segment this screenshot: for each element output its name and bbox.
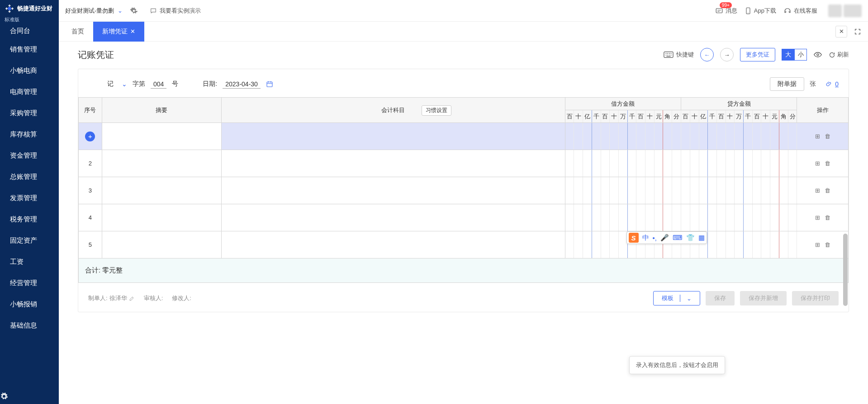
amount-digit-cell[interactable] (636, 204, 645, 231)
amount-digit-cell[interactable] (565, 231, 574, 258)
next-voucher-button[interactable]: → (720, 48, 734, 61)
amount-digit-cell[interactable] (770, 204, 779, 231)
amount-digit-cell[interactable] (744, 204, 753, 231)
amount-digit-cell[interactable] (610, 231, 619, 258)
amount-digit-cell[interactable] (779, 177, 788, 204)
amount-digit-cell[interactable] (788, 150, 797, 177)
org-selector[interactable]: 好业财测试-量勿删 ⌄ (65, 7, 123, 15)
fullscreen-button[interactable] (852, 26, 863, 38)
amount-digit-cell[interactable] (708, 204, 717, 231)
amount-digit-cell[interactable] (744, 123, 753, 150)
amount-digit-cell[interactable] (672, 177, 681, 204)
tab-close-all-button[interactable]: ✕ (835, 26, 847, 38)
preview-button[interactable] (813, 52, 822, 58)
sidebar-item-xcec[interactable]: 小畅电商 (0, 60, 59, 81)
row-delete-button[interactable]: 🗑 (825, 133, 830, 140)
amount-digit-cell[interactable] (761, 177, 770, 204)
tab-new-voucher[interactable]: 新增凭证 ✕ (93, 22, 144, 42)
size-large-button[interactable]: 大 (782, 49, 794, 61)
table-row[interactable]: 3⊞🗑 (79, 177, 849, 204)
amount-digit-cell[interactable] (726, 231, 735, 258)
amount-digit-cell[interactable] (761, 123, 770, 150)
amount-digit-cell[interactable] (788, 204, 797, 231)
amount-digit-cell[interactable] (744, 150, 753, 177)
amount-digit-cell[interactable] (735, 231, 744, 258)
row-delete-button[interactable]: 🗑 (825, 241, 830, 248)
amount-digit-cell[interactable] (601, 123, 610, 150)
row-delete-button[interactable]: 🗑 (825, 214, 830, 221)
amount-digit-cell[interactable] (735, 204, 744, 231)
sidebar-item-sales[interactable]: 销售管理 (0, 39, 59, 60)
amount-digit-cell[interactable] (681, 177, 690, 204)
amount-digit-cell[interactable] (592, 204, 601, 231)
amount-digit-cell[interactable] (699, 123, 708, 150)
attach-doc-button[interactable]: 附单据 (770, 77, 804, 91)
amount-digit-cell[interactable] (583, 123, 592, 150)
amount-digit-cell[interactable] (761, 231, 770, 258)
sidebar-item-gl[interactable]: 总账管理 (0, 166, 59, 188)
sidebar-item-operate[interactable]: 经营管理 (0, 272, 59, 294)
amount-digit-cell[interactable] (690, 150, 699, 177)
ime-skin-icon[interactable]: 👕 (686, 234, 695, 242)
amount-digit-cell[interactable] (699, 177, 708, 204)
amount-digit-cell[interactable] (592, 177, 601, 204)
amount-digit-cell[interactable] (574, 177, 583, 204)
row-copy-button[interactable]: ⊞ (815, 133, 820, 140)
amount-digit-cell[interactable] (574, 123, 583, 150)
voucher-number-input[interactable]: 004 (151, 80, 166, 89)
amount-digit-cell[interactable] (618, 150, 627, 177)
amount-digit-cell[interactable] (583, 204, 592, 231)
amount-digit-cell[interactable] (565, 204, 574, 231)
amount-digit-cell[interactable] (690, 204, 699, 231)
user-avatar[interactable] (828, 5, 862, 17)
subject-cell[interactable] (221, 150, 565, 177)
amount-digit-cell[interactable] (726, 204, 735, 231)
amount-digit-cell[interactable] (690, 177, 699, 204)
attachment-link[interactable] (826, 81, 832, 87)
amount-digit-cell[interactable] (752, 231, 761, 258)
amount-digit-cell[interactable] (636, 150, 645, 177)
edit-icon[interactable] (129, 296, 135, 301)
sidebar-item-purchase[interactable]: 采购管理 (0, 103, 59, 124)
amount-digit-cell[interactable] (681, 150, 690, 177)
amount-digit-cell[interactable] (610, 177, 619, 204)
sidebar-item-asset[interactable]: 固定资产 (0, 230, 59, 251)
amount-digit-cell[interactable] (654, 177, 663, 204)
refresh-button[interactable]: 刷新 (829, 51, 849, 59)
voucher-type[interactable]: 记 (104, 79, 116, 89)
amount-digit-cell[interactable] (583, 231, 592, 258)
more-vouchers-button[interactable]: 更多凭证 (740, 48, 775, 61)
table-row[interactable]: 4⊞🗑 (79, 204, 849, 231)
amount-digit-cell[interactable] (690, 123, 699, 150)
amount-digit-cell[interactable] (716, 204, 726, 231)
amount-digit-cell[interactable] (645, 150, 655, 177)
amount-digit-cell[interactable] (744, 231, 753, 258)
amount-digit-cell[interactable] (770, 231, 779, 258)
prev-voucher-button[interactable]: ← (700, 48, 714, 61)
amount-digit-cell[interactable] (627, 150, 636, 177)
amount-digit-cell[interactable] (761, 204, 770, 231)
sidebar-item-fund[interactable]: 资金管理 (0, 145, 59, 166)
amount-digit-cell[interactable] (779, 123, 788, 150)
subject-cell[interactable] (221, 123, 565, 150)
amount-digit-cell[interactable] (583, 150, 592, 177)
sidebar-item-expense[interactable]: 小畅报销 (0, 294, 59, 315)
subject-cell[interactable] (221, 231, 565, 258)
amount-digit-cell[interactable] (610, 123, 619, 150)
abstract-cell[interactable] (102, 150, 221, 177)
amount-digit-cell[interactable] (770, 177, 779, 204)
amount-digit-cell[interactable] (681, 123, 690, 150)
messages-button[interactable]: 99+ 消息 (715, 7, 737, 15)
add-row-button[interactable]: + (85, 132, 95, 141)
amount-digit-cell[interactable] (735, 123, 744, 150)
abstract-cell[interactable] (102, 177, 221, 204)
amount-digit-cell[interactable] (735, 150, 744, 177)
amount-digit-cell[interactable] (752, 204, 761, 231)
amount-digit-cell[interactable] (788, 231, 797, 258)
sidebar-item-base[interactable]: 基础信息 (0, 315, 59, 336)
amount-digit-cell[interactable] (645, 177, 655, 204)
tab-close-button[interactable]: ✕ (130, 28, 135, 35)
amount-digit-cell[interactable] (601, 177, 610, 204)
ime-punct-icon[interactable]: •, (653, 234, 657, 242)
demo-link[interactable]: 我要看实例演示 (150, 7, 201, 15)
